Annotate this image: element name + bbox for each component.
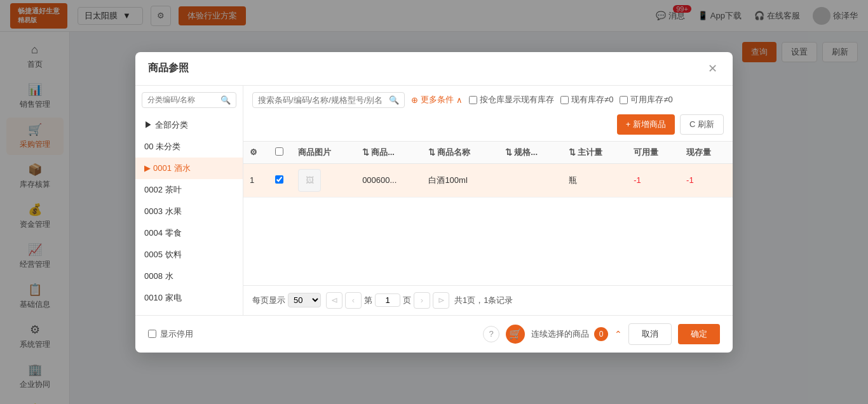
- help-button[interactable]: ?: [483, 326, 499, 342]
- product-reference-modal: 商品参照 ✕ 《 🔍 ▶ 全部分类 00 未分类: [135, 52, 733, 353]
- count-value: 0: [599, 330, 604, 339]
- available-stock-label: 可用库存≠0: [630, 94, 672, 105]
- modal-title: 商品参照: [148, 62, 189, 75]
- category-item-0003[interactable]: 0003 水果: [135, 201, 243, 222]
- product-table: ⚙ 商品图片 ⇅ 商品...: [243, 142, 733, 198]
- page-label: 第: [364, 295, 372, 306]
- category-item-0010[interactable]: 0010 家电: [135, 287, 243, 309]
- selected-label: 连续选择的商品: [531, 328, 589, 340]
- product-table-wrap: ⚙ 商品图片 ⇅ 商品...: [243, 142, 733, 285]
- confirm-button[interactable]: 确定: [678, 324, 720, 344]
- available-stock-checkbox[interactable]: [620, 96, 628, 104]
- category-search: 🔍: [142, 92, 236, 108]
- warehouse-checkbox-group: 按仓库显示现有库存: [469, 94, 554, 105]
- warehouse-label: 按仓库显示现有库存: [480, 94, 554, 105]
- category-item-0008[interactable]: 0008 水: [135, 266, 243, 287]
- cat-label-0003: 0003 水果: [144, 206, 182, 217]
- selected-count-badge: 0: [594, 327, 608, 341]
- category-item-00[interactable]: 00 未分类: [135, 136, 243, 158]
- modal-footer: 显示停用 ? 🛒 连续选择的商品 0 ⌃ 取消 确定: [135, 315, 733, 353]
- th-spec[interactable]: ⇅ 规格...: [499, 142, 562, 164]
- row-select-checkbox[interactable]: [275, 175, 283, 184]
- th-image: 商品图片: [292, 142, 356, 164]
- th-name-label: 商品名称: [437, 147, 470, 158]
- product-search-input[interactable]: [258, 95, 385, 105]
- th-available-label: 可用量: [634, 147, 658, 157]
- cart-button[interactable]: 🛒: [506, 325, 525, 344]
- cat-label-0008: 0008 水: [144, 271, 173, 282]
- row-unit: 瓶: [562, 163, 628, 197]
- cat-label-0002: 0002 茶叶: [144, 184, 182, 196]
- filter-icon: ⊕: [411, 95, 418, 105]
- cat-label-0010: 0010 家电: [144, 292, 182, 304]
- sort-icon-unit: ⇅: [569, 147, 576, 157]
- footer-right: ? 🛒 连续选择的商品 0 ⌃ 取消 确定: [483, 323, 720, 345]
- category-search-icon[interactable]: 🔍: [220, 95, 231, 105]
- th-code[interactable]: ⇅ 商品...: [356, 142, 422, 164]
- prev-page-button[interactable]: ‹: [345, 292, 362, 309]
- product-search-box: 🔍: [252, 92, 405, 108]
- category-item-0005[interactable]: 0005 饮料: [135, 244, 243, 266]
- cat-code-00: 00 未分类: [144, 141, 180, 152]
- filter-chevron-icon: ∧: [456, 95, 463, 105]
- last-page-button[interactable]: ⊳: [433, 292, 449, 309]
- table-row[interactable]: 1 🖼 000600... 白酒100ml 瓶: [243, 163, 733, 197]
- cat-label-0005: 0005 饮料: [144, 249, 182, 260]
- cancel-button[interactable]: 取消: [628, 323, 672, 345]
- show-disabled-label: 显示停用: [160, 328, 193, 340]
- filter-label: 更多条件: [421, 94, 454, 105]
- th-settings[interactable]: ⚙: [243, 142, 269, 164]
- sort-icon: ⇅: [362, 147, 369, 157]
- th-stock: 现存量: [680, 142, 733, 164]
- sort-icon-spec: ⇅: [505, 147, 512, 157]
- row-image: 🖼: [292, 163, 356, 197]
- category-item-0004[interactable]: 0004 零食: [135, 222, 243, 244]
- collapse-footer-button[interactable]: ⌃: [614, 329, 622, 339]
- add-product-button[interactable]: + 新增商品: [617, 114, 675, 135]
- row-checkbox[interactable]: [269, 163, 292, 197]
- first-page-button[interactable]: ⊲: [326, 292, 342, 309]
- next-page-button[interactable]: ›: [414, 292, 430, 309]
- th-stock-label: 现存量: [686, 147, 711, 157]
- refresh-button[interactable]: C 刷新: [680, 114, 724, 135]
- warehouse-checkbox[interactable]: [469, 96, 477, 104]
- page-summary: 共1页，1条记录: [454, 295, 513, 306]
- row-code: 000600...: [356, 163, 422, 197]
- category-all[interactable]: ▶ 全部分类: [135, 114, 243, 136]
- th-checkbox[interactable]: [269, 142, 292, 164]
- more-filters-button[interactable]: ⊕ 更多条件 ∧: [411, 94, 463, 105]
- th-spec-label: 规格...: [514, 147, 538, 158]
- product-search-icon[interactable]: 🔍: [389, 95, 399, 105]
- pagination: 每页显示 10 20 50 100 ⊲ ‹ 第 页: [243, 285, 733, 315]
- all-categories-label: ▶ 全部分类: [144, 119, 188, 131]
- right-panel: 🔍 ⊕ 更多条件 ∧ 按仓库显示现有库存 现有库存≠0: [243, 86, 733, 315]
- category-search-input[interactable]: [147, 95, 220, 104]
- th-name[interactable]: ⇅ 商品名称: [422, 142, 499, 164]
- cat-arrow-0001: ▶: [144, 163, 151, 173]
- modal-header: 商品参照 ✕: [135, 52, 733, 86]
- th-available: 可用量: [627, 142, 680, 164]
- per-page-dropdown[interactable]: 10 20 50 100: [288, 293, 321, 307]
- per-page-select: 每页显示 10 20 50 100: [252, 293, 321, 307]
- cat-label-0001: 0001 酒水: [153, 163, 191, 174]
- row-spec: [499, 163, 562, 197]
- available-stock-checkbox-group: 可用库存≠0: [620, 94, 672, 105]
- page-number-input[interactable]: [375, 293, 400, 307]
- existing-stock-checkbox[interactable]: [560, 96, 569, 104]
- row-name: 白酒100ml: [422, 163, 499, 197]
- row-stock: -1: [680, 163, 733, 197]
- modal-body: 《 🔍 ▶ 全部分类 00 未分类 ▶ 0001 酒水 0002 茶叶: [135, 86, 733, 315]
- category-item-0001[interactable]: ▶ 0001 酒水: [135, 158, 243, 179]
- category-sidebar: 《 🔍 ▶ 全部分类 00 未分类 ▶ 0001 酒水 0002 茶叶: [135, 86, 243, 315]
- select-all-checkbox[interactable]: [275, 147, 283, 156]
- th-image-label: 商品图片: [298, 147, 331, 157]
- sort-icon-name: ⇅: [428, 147, 435, 157]
- modal-close-button[interactable]: ✕: [705, 61, 720, 76]
- show-disabled-checkbox[interactable]: [148, 330, 156, 338]
- collapse-sidebar-button[interactable]: 《: [243, 111, 243, 134]
- show-disabled-group: 显示停用: [148, 328, 193, 340]
- selected-count: 连续选择的商品 0: [531, 327, 608, 341]
- category-item-0002[interactable]: 0002 茶叶: [135, 179, 243, 201]
- row-available: -1: [627, 163, 680, 197]
- th-unit[interactable]: ⇅ 主计量: [562, 142, 628, 164]
